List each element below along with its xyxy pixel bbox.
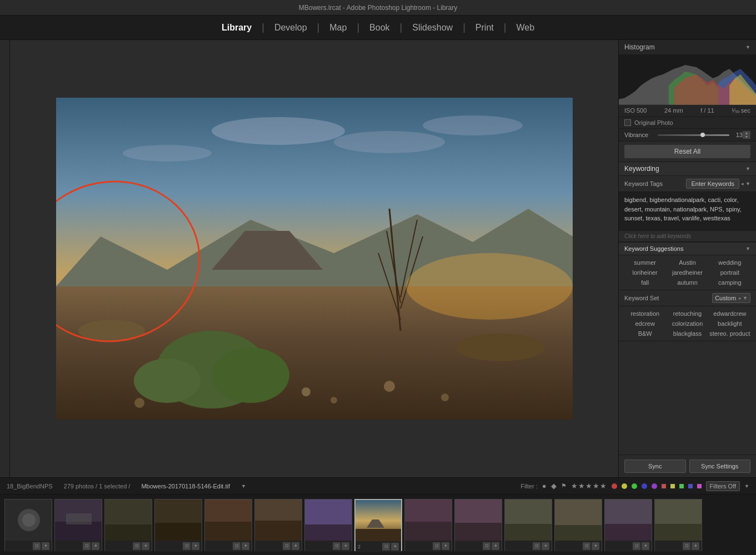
nav-web[interactable]: Web xyxy=(506,16,544,40)
filter-sq4[interactable] xyxy=(688,484,693,488)
click-keywords-hint[interactable]: Click here to add keywords xyxy=(619,231,756,242)
filmstrip-thumb-14[interactable]: ⊡ ✦ xyxy=(654,499,702,551)
filter-blue-dot[interactable] xyxy=(642,483,647,489)
svg-rect-39 xyxy=(305,524,352,541)
kset-retouching[interactable]: retouching xyxy=(667,309,708,318)
filmstrip-thumb-9[interactable]: ⊡ ✦ xyxy=(404,499,452,551)
left-panel-strip xyxy=(0,40,10,477)
thumb-bottom-13: ⊡ ✦ xyxy=(605,541,652,552)
filmstrip-thumb-7[interactable]: ⊡ ✦ xyxy=(304,499,352,551)
filter-diamond-icon[interactable]: ◆ xyxy=(551,482,557,490)
suggestion-camping[interactable]: camping xyxy=(709,278,750,287)
svg-point-8 xyxy=(78,320,145,342)
suggestion-jaredheiner[interactable]: jaredheiner xyxy=(667,268,708,277)
keyword-set-dropdown[interactable]: Custom ◂ ▼ xyxy=(712,293,750,303)
titlebar-text: MBowers.lrcat - Adobe Photoshop Lightroo… xyxy=(299,4,457,12)
thumb-image-9 xyxy=(405,500,452,541)
filmstrip-thumb-2[interactable]: ⊡ ✦ xyxy=(54,499,102,551)
filmstrip-thumb-1[interactable]: ⊡ ✦ xyxy=(4,499,52,551)
kset-edcrew[interactable]: edcrew xyxy=(624,319,665,328)
kset-edwardcrew[interactable]: edwardcrew xyxy=(709,309,750,318)
filter-yellow-dot[interactable] xyxy=(622,483,627,489)
filmstrip-thumb-8-selected[interactable]: 2 ⊡ ✦ xyxy=(354,499,402,551)
filmstrip-thumb-4[interactable]: ⊡ ✦ xyxy=(154,499,202,551)
histogram-header[interactable]: Histogram ▼ xyxy=(619,40,756,55)
filmstrip-thumb-3[interactable]: ⊡ ✦ xyxy=(104,499,152,551)
nav-print[interactable]: Print xyxy=(465,16,504,40)
filter-sq2[interactable] xyxy=(670,484,675,488)
vibrance-slider[interactable] xyxy=(658,134,729,136)
svg-rect-42 xyxy=(356,529,401,541)
suggestion-austin[interactable]: Austin xyxy=(667,258,708,267)
filter-red-dot[interactable] xyxy=(612,483,617,489)
filter-sq1[interactable] xyxy=(662,484,666,488)
filmstrip-thumb-6[interactable]: ⊡ ✦ xyxy=(254,499,302,551)
kset-colorization[interactable]: colorization xyxy=(667,319,708,328)
keywording-title: Keywording xyxy=(624,165,659,173)
photo-main[interactable] xyxy=(56,98,573,420)
filter-sq3[interactable] xyxy=(679,484,684,488)
filter-circle-icon[interactable]: ● xyxy=(542,482,547,490)
svg-point-20 xyxy=(384,381,395,392)
kset-bw[interactable]: B&W xyxy=(624,329,665,338)
nav-slideshow[interactable]: Slideshow xyxy=(402,16,463,40)
star-rating-filter[interactable]: ★★★★★ xyxy=(571,482,607,490)
suggestion-loriheiner[interactable]: loriheiner xyxy=(624,268,665,277)
histogram-chevron-icon: ▼ xyxy=(745,44,750,50)
filmstrip-thumb-10[interactable]: ⊡ ✦ xyxy=(454,499,502,551)
vibrance-arrows: ▲ ▼ xyxy=(743,131,750,139)
nav-map[interactable]: Map xyxy=(319,16,357,40)
filmstrip-thumb-12[interactable]: ⊡ ✦ xyxy=(554,499,602,551)
filter-purple-dot[interactable] xyxy=(652,483,657,489)
collection-name: 18_BigBendNPS xyxy=(7,483,53,490)
keyword-set-label: Keyword Set xyxy=(624,295,659,301)
thumb-image-14 xyxy=(655,500,702,541)
filter-green-dot[interactable] xyxy=(632,483,637,489)
suggestion-autumn[interactable]: autumn xyxy=(667,278,708,287)
keywording-section-header[interactable]: Keywording ▼ xyxy=(619,162,756,176)
filters-off-dropdown[interactable]: Filters Off xyxy=(706,481,740,491)
suggestion-portrait[interactable]: portrait xyxy=(709,268,750,277)
original-photo-checkbox[interactable] xyxy=(624,119,631,126)
nav-book[interactable]: Book xyxy=(359,16,399,40)
vibrance-up-btn[interactable]: ▲ xyxy=(743,131,750,135)
histogram-svg xyxy=(619,55,756,105)
kset-backlight[interactable]: backlight xyxy=(709,319,750,328)
nav-library[interactable]: Library xyxy=(212,16,262,40)
svg-rect-31 xyxy=(105,524,152,541)
kset-stereo-product[interactable]: stereo. product xyxy=(709,329,750,338)
sync-settings-button[interactable]: Sync Settings xyxy=(689,460,751,473)
filters-dropdown-chevron: ▼ xyxy=(744,483,749,489)
keywords-display[interactable]: bigbend, bigbendnationalpark, cacti, col… xyxy=(619,192,756,231)
aperture-value: f / 11 xyxy=(700,107,714,114)
filter-sq5[interactable] xyxy=(697,484,702,488)
keyword-tags-menu-icon[interactable]: ▼ xyxy=(745,181,750,186)
original-photo-label: Original Photo xyxy=(634,119,673,126)
keyword-set-value: Custom xyxy=(715,295,736,301)
filename: Mbowers-20170118-5146-Edit.tif xyxy=(141,483,230,490)
filmstrip-thumb-11[interactable]: ⊡ ✦ xyxy=(504,499,552,551)
filmstrip-thumb-13[interactable]: ⊡ ✦ xyxy=(604,499,652,551)
filter-flag-icon[interactable]: ⚑ xyxy=(561,482,567,490)
kset-restoration[interactable]: restoration xyxy=(624,309,665,318)
nav-develop[interactable]: Develop xyxy=(264,16,317,40)
keyword-suggestions-grid: summer Austin wedding loriheiner jaredhe… xyxy=(619,255,756,290)
vibrance-label: Vibrance xyxy=(624,132,658,138)
svg-rect-35 xyxy=(205,522,252,541)
suggestion-summer[interactable]: summer xyxy=(624,258,665,267)
filmstrip-thumb-5[interactable]: ⊡ ✦ xyxy=(204,499,252,551)
suggestion-wedding[interactable]: wedding xyxy=(709,258,750,267)
keyword-suggestions-header[interactable]: Keyword Suggestions ▼ xyxy=(619,242,756,255)
suggestion-fall[interactable]: fall xyxy=(624,278,665,287)
enter-keywords-button[interactable]: Enter Keywords xyxy=(686,179,739,189)
photo-svg xyxy=(56,98,573,420)
svg-rect-37 xyxy=(255,521,302,541)
vibrance-down-btn[interactable]: ▼ xyxy=(743,135,750,139)
reset-all-button[interactable]: Reset All xyxy=(624,145,750,158)
thumb-image-10 xyxy=(455,500,502,541)
thumb-bottom-4: ⊡ ✦ xyxy=(155,541,202,552)
thumb-icons-14: ⊡ ✦ xyxy=(683,542,699,550)
sync-button[interactable]: Sync xyxy=(624,460,686,473)
kset-blackglass[interactable]: blackglass xyxy=(667,329,708,338)
thumb-icons-5: ⊡ ✦ xyxy=(233,542,249,550)
